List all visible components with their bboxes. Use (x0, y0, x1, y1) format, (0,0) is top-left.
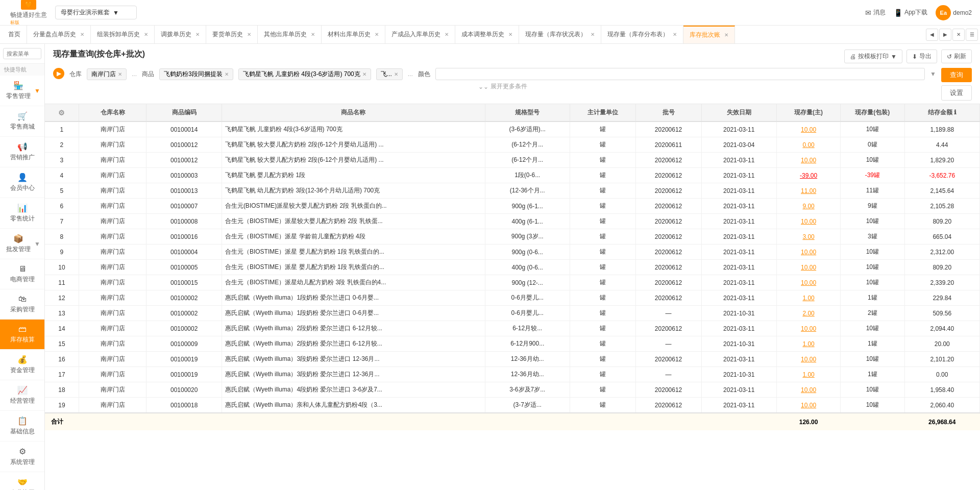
cell-stock-main[interactable]: 2.00 (776, 306, 840, 321)
tab-close-zuche[interactable]: ✕ (144, 32, 148, 37)
warehouse-filter-tag[interactable]: 南岸门店 ✕ (87, 68, 127, 80)
cell-unit: 罐 (570, 290, 635, 306)
cell-stock-main[interactable]: 0.00 (776, 137, 840, 153)
sidebar-item-finance[interactable]: 💰 资金管理 (0, 350, 44, 380)
warehouse-filter-ellipsis[interactable]: ... (132, 70, 137, 78)
cell-seq: 18 (45, 382, 79, 398)
query-button[interactable]: 查询 (941, 68, 972, 82)
tab-chengben[interactable]: 成本调整单历史 ✕ (455, 26, 519, 44)
cell-warehouse: 南岸门店 (79, 336, 146, 352)
tab-close-tiaop[interactable]: ✕ (195, 32, 200, 37)
cell-stock-main[interactable]: 10.00 (776, 382, 840, 398)
search-input[interactable] (3, 48, 41, 59)
warehouse-filter-close[interactable]: ✕ (118, 71, 122, 77)
tab-chengpin[interactable]: 产成品入库单历史 ✕ (385, 26, 455, 44)
cell-stock-main[interactable]: 1.00 (776, 336, 840, 352)
cell-balance: -3,652.76 (904, 168, 980, 183)
cell-stock-main[interactable]: 10.00 (776, 321, 840, 336)
tab-close-kucun2[interactable]: ✕ (673, 32, 677, 37)
message-btn[interactable]: ✉ 消息 (865, 8, 886, 17)
sidebar-item-retail-mgmt[interactable]: 🏪 零售管理 ▼ (0, 76, 44, 106)
cell-stock-main[interactable]: 1.00 (776, 290, 840, 306)
export-btn[interactable]: ⬇ 导出 (906, 50, 937, 63)
cell-stock-main[interactable]: 10.00 (776, 260, 840, 275)
cell-stock-main[interactable]: 3.00 (776, 229, 840, 244)
goods-filter-tag-1[interactable]: 飞鹤奶粉3段同捆提装 ✕ (159, 68, 233, 80)
tab-zuche[interactable]: 组装拆卸单历史 ✕ (91, 26, 155, 44)
tab-next-btn[interactable]: ▶ (939, 29, 951, 41)
tab-fenp[interactable]: 分量盘点单历史 ✕ (27, 26, 91, 44)
cell-stock-main[interactable]: 10.00 (776, 398, 840, 413)
goods-filter-more-close[interactable]: ✕ (394, 71, 398, 77)
sidebar-item-basics[interactable]: 📋 基础信息 (0, 411, 44, 442)
cell-stock-main[interactable]: 10.00 (776, 275, 840, 290)
cell-stock-main[interactable]: 10.00 (776, 214, 840, 229)
tab-tiaop[interactable]: 调拨单历史 ✕ (155, 26, 206, 44)
tab-qita[interactable]: 其他出库单历史 ✕ (258, 26, 322, 44)
sidebar-item-collab[interactable]: 🤝 企业协同 (0, 472, 44, 490)
cell-code: 00100005 (146, 260, 222, 275)
sidebar-item-inventory[interactable]: 🗃 库存核算 (0, 320, 44, 350)
cell-stock-main[interactable]: 1.00 (776, 367, 840, 382)
cell-stock-main[interactable]: 10.00 (776, 121, 840, 137)
cell-stock-main[interactable]: 10.00 (776, 244, 840, 260)
goods-filter-close-2[interactable]: ✕ (362, 71, 366, 77)
cell-stock-main[interactable]: -39.00 (776, 168, 840, 183)
sidebar-item-wholesale[interactable]: 📦 批发管理 ▼ (0, 229, 44, 259)
print-btn[interactable]: 🖨 按模板打印 ▼ (844, 50, 902, 63)
th-settings[interactable]: ⚙ (45, 104, 79, 121)
tab-close-fenp[interactable]: ✕ (80, 32, 84, 37)
tab-kucun2[interactable]: 现存量（库存分布表） ✕ (601, 26, 683, 44)
sidebar-item-member[interactable]: 👤 会员中心 (0, 167, 44, 198)
wholesale-arrow-icon: ▼ (34, 240, 40, 248)
tab-cailiao[interactable]: 材料出库单历史 ✕ (322, 26, 385, 44)
app-download-btn[interactable]: 📱 App下载 (894, 8, 927, 17)
goods-filter-ellipsis[interactable]: ... (408, 70, 413, 78)
sidebar-item-retail-stats[interactable]: 📊 零售统计 (0, 198, 44, 229)
goods-filter-tag-2[interactable]: 飞鹤星飞帆 儿童奶粉 4段(3-6岁适用) 700克 ✕ (238, 68, 371, 80)
tab-close-yaohuo[interactable]: ✕ (247, 32, 251, 37)
store-selector[interactable]: 母婴行业演示账套 ▼ (55, 6, 137, 19)
color-filter-input[interactable] (435, 68, 925, 80)
tab-close-qita[interactable]: ✕ (311, 32, 315, 37)
tab-prev-btn[interactable]: ◀ (926, 29, 938, 41)
color-filter-arrow[interactable]: ▼ (930, 70, 936, 78)
user-area[interactable]: Ea demo2 (936, 5, 972, 20)
cell-name: 惠氏启赋（Wyeth illuma）3段奶粉 爱尔兰进口 12-36月... (222, 352, 485, 367)
cell-stock-main[interactable]: 10.00 (776, 153, 840, 168)
cell-batch: 20200612 (635, 244, 701, 260)
sidebar-item-operations[interactable]: 📈 经营管理 (0, 380, 44, 411)
goods-filter-tag-more[interactable]: 飞... ✕ (376, 68, 403, 80)
cell-batch: 20200612 (635, 260, 701, 275)
system-icon: ⚙ (19, 447, 26, 456)
sidebar-item-marketing[interactable]: 📢 营销推广 (0, 137, 44, 167)
sidebar-item-ecommerce[interactable]: 🖥 电商管理 (0, 259, 44, 289)
sidebar-item-system[interactable]: ⚙ 系统管理 (0, 442, 44, 472)
tab-yaohuo[interactable]: 要货单历史 ✕ (206, 26, 258, 44)
cell-name: 惠氏启赋（Wyeth illuma）1段奶粉 爱尔兰进口 0-6月婴... (222, 290, 485, 306)
tab-home[interactable]: 首页 (2, 26, 27, 44)
refresh-btn[interactable]: ↺ 刷新 (941, 50, 972, 63)
tab-close-chengpin[interactable]: ✕ (445, 32, 449, 37)
cell-balance: 2,060.40 (904, 398, 980, 413)
cell-balance: 509.56 (904, 306, 980, 321)
cell-stock-main[interactable]: 10.00 (776, 352, 840, 367)
tab-close-all-btn[interactable]: ✕ (952, 29, 965, 41)
tab-kupici[interactable]: 库存批次账 ✕ (683, 26, 735, 44)
sidebar-item-retail-shop[interactable]: 🛒 零售商城 (0, 106, 44, 137)
tab-close-chengben[interactable]: ✕ (508, 32, 512, 37)
tab-close-kucun1[interactable]: ✕ (591, 32, 595, 37)
cell-stock-main[interactable]: 11.00 (776, 183, 840, 199)
tab-menu-btn[interactable]: ☰ (966, 29, 978, 41)
retail-mgmt-icon: 🏪 (13, 81, 23, 90)
expand-more-btn[interactable]: ⌄⌄ 展开更多条件 (69, 80, 936, 93)
goods-filter-close-1[interactable]: ✕ (225, 71, 229, 77)
message-label: 消息 (873, 8, 886, 17)
settings-button[interactable]: 设置 (941, 85, 972, 101)
sidebar-item-purchase[interactable]: 🛍 采购管理 (0, 289, 44, 320)
tab-close-cailiao[interactable]: ✕ (375, 32, 379, 37)
tab-kucun1[interactable]: 现存量（库存状况表） ✕ (519, 26, 601, 44)
expand-filter-btn[interactable]: ▶ (53, 68, 64, 79)
cell-stock-main[interactable]: 9.00 (776, 199, 840, 214)
tab-close-kupici[interactable]: ✕ (724, 32, 728, 38)
